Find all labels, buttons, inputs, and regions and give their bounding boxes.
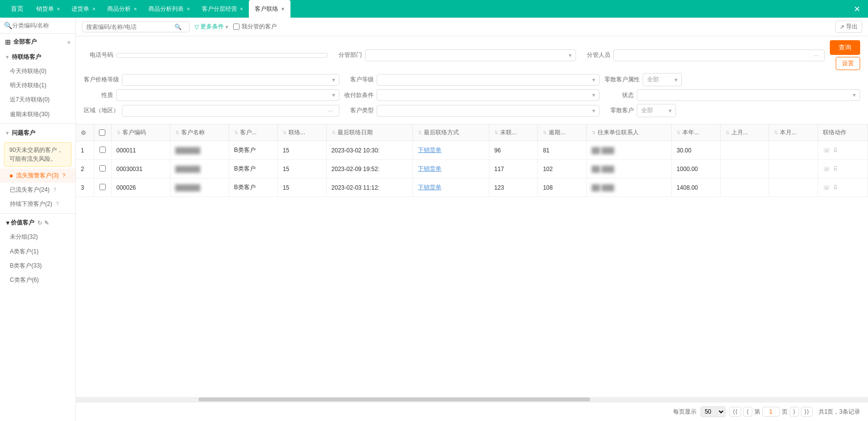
refresh-icon[interactable]: ↻: [37, 220, 42, 226]
input-region[interactable]: ···: [122, 105, 339, 117]
th-last-date[interactable]: ⇅ 最后联络日期: [326, 124, 413, 141]
sidebar-search-wrap: 🔍: [0, 18, 75, 34]
sidebar-item-ungroup[interactable]: 未分组(32): [0, 230, 75, 244]
action-more-icon-2[interactable]: ⠿: [833, 184, 838, 191]
link-order-2[interactable]: 下销货单: [418, 184, 441, 191]
my-customers-checkbox[interactable]: [233, 24, 240, 30]
row-checkbox-1[interactable]: [99, 165, 106, 172]
last-page-btn[interactable]: ⟩⟩: [801, 407, 813, 417]
more-dots-region[interactable]: ···: [326, 107, 335, 114]
select-price-tier[interactable]: ▾: [122, 74, 339, 86]
sidebar-item-churn-warning[interactable]: 流失预警客户(3) ?: [0, 169, 75, 183]
action-more-icon-0[interactable]: ⠿: [833, 147, 838, 154]
link-order-0[interactable]: 下销货单: [418, 147, 441, 153]
prev-page-btn[interactable]: ⟨: [743, 407, 752, 417]
sidebar-item-c-class[interactable]: C类客户(6): [0, 273, 75, 287]
select-customer-type[interactable]: ▾: [377, 105, 600, 117]
tab-product-analysis[interactable]: 商品分析 ×: [101, 0, 143, 18]
row-checkbox-0[interactable]: [99, 147, 106, 153]
sidebar-item-a-class[interactable]: A类客户(1): [0, 245, 75, 259]
close-tab-customer-contact[interactable]: ×: [281, 6, 284, 12]
close-tab-product-analysis[interactable]: ×: [134, 6, 137, 12]
table-scrollbar[interactable]: [76, 397, 868, 402]
close-tab-customer-tier[interactable]: ×: [240, 6, 243, 12]
export-btn[interactable]: ↗ 导出: [835, 21, 862, 33]
sidebar-group-pending-title[interactable]: ▼ 待联络客户: [0, 50, 75, 64]
th-this-year[interactable]: ⇅ 本年...: [672, 124, 720, 141]
query-button[interactable]: 查询: [830, 40, 860, 55]
select-retail-customer[interactable]: 全部 ▾: [637, 104, 676, 117]
sidebar-item-7days[interactable]: 近7天待联络(0): [0, 93, 75, 107]
close-tab-purchase[interactable]: ×: [92, 6, 95, 12]
per-page-select[interactable]: 50 100 200: [700, 406, 725, 417]
th-name[interactable]: ⇅ 客户名称: [170, 124, 229, 141]
th-overdue[interactable]: ⇅ 逾期...: [538, 124, 586, 141]
tab-sales-order[interactable]: 销货单 ×: [30, 0, 66, 18]
th-last-month[interactable]: ⇅ 上月...: [720, 124, 769, 141]
table-settings-icon[interactable]: ⚙: [81, 129, 86, 136]
sort-icon-type: ⇅: [234, 130, 238, 135]
scrollbar-thumb[interactable]: [198, 397, 590, 401]
tab-home[interactable]: 首页: [4, 4, 30, 13]
action-phone-icon-0[interactable]: ☏: [823, 147, 830, 154]
window-close-button[interactable]: ✕: [850, 4, 864, 14]
link-order-1[interactable]: 下销货单: [418, 165, 441, 172]
tab-customer-contact[interactable]: 客户联络 ×: [249, 0, 290, 18]
th-settings[interactable]: ⚙: [76, 124, 94, 141]
tab-product-analysis-list[interactable]: 商品分析列表 ×: [143, 0, 195, 18]
th-type[interactable]: ⇅ 客户...: [229, 124, 277, 141]
sidebar-item-today[interactable]: 今天待联络(0): [0, 64, 75, 78]
sidebar-group-problem-title[interactable]: ▼ 问题客户: [0, 126, 75, 140]
th-this-month[interactable]: ⇅ 本月...: [769, 124, 818, 141]
sidebar-item-tomorrow[interactable]: 明天待联络(1): [0, 78, 75, 93]
main-search-icon[interactable]: 🔍: [174, 24, 182, 30]
sidebar-item-churned[interactable]: 已流失客户(24) ?: [0, 183, 75, 197]
main-search-input[interactable]: [86, 24, 174, 30]
cell-od-0: 81: [538, 141, 586, 160]
select-customer-tier[interactable]: ▾: [377, 74, 600, 86]
input-person[interactable]: ···: [613, 50, 825, 61]
edit-icon[interactable]: ✎: [44, 220, 49, 226]
th-code[interactable]: ⇅ 客户编码: [111, 124, 170, 141]
select-retail-attr[interactable]: 全部 ▾: [643, 73, 682, 86]
field-nature: 性质 ▾: [84, 89, 339, 101]
sidebar-item-overdue[interactable]: 逾期未联络(30): [0, 107, 75, 122]
more-conditions-btn[interactable]: ▽ 更多条件 ▾: [194, 23, 228, 31]
settings-button[interactable]: 设置: [836, 57, 860, 70]
action-more-icon-1[interactable]: ⠿: [833, 166, 838, 173]
chevron-price-icon: ▾: [332, 76, 335, 83]
sidebar-item-declining[interactable]: 持续下滑客户(2) ?: [0, 197, 75, 211]
field-customer-type: 客户类型 ▾: [344, 105, 600, 117]
chevron-type-icon: ▾: [592, 107, 595, 114]
page-number-input[interactable]: [762, 407, 780, 417]
action-phone-icon-1[interactable]: ☏: [823, 166, 830, 173]
collapse-icon[interactable]: «: [67, 39, 71, 46]
input-phone[interactable]: [116, 53, 328, 58]
action-phone-icon-2[interactable]: ☏: [823, 184, 830, 191]
sidebar-item-b-class[interactable]: B类客户(33): [0, 259, 75, 273]
problem-tooltip: 90天未交易的客户，可能有流失风险。: [4, 142, 72, 167]
sidebar-search-input[interactable]: [12, 22, 76, 29]
tab-purchase[interactable]: 进货单 ×: [66, 0, 101, 18]
next-page-btn[interactable]: ⟩: [790, 407, 799, 417]
select-all-checkbox[interactable]: [99, 129, 105, 136]
th-contact[interactable]: ⇅ 联络...: [278, 124, 326, 141]
th-last-type[interactable]: ⇅ 最后联络方式: [413, 124, 489, 141]
select-nature[interactable]: ▾: [116, 89, 339, 101]
th-no-contact[interactable]: ⇅ 未联...: [489, 124, 538, 141]
action-btns-2: ☏ ⠿: [823, 184, 863, 191]
select-payment[interactable]: ▾: [377, 89, 600, 101]
close-tab-product-list[interactable]: ×: [187, 6, 190, 12]
th-contact-person[interactable]: ⇅ 往来单位联系人: [586, 124, 672, 141]
close-tab-sales[interactable]: ×: [57, 6, 60, 12]
label-region: 区域（地区）: [84, 106, 119, 115]
tab-customer-tier[interactable]: 客户分层经营 ×: [196, 0, 249, 18]
first-page-btn[interactable]: ⟨⟨: [729, 407, 741, 417]
more-dots-person[interactable]: ···: [812, 52, 820, 59]
row-checkbox-2[interactable]: [99, 184, 106, 190]
select-dept[interactable]: ▾: [365, 50, 577, 61]
sidebar-group-value-title[interactable]: ▼ 价值客户 ↻ ✎: [0, 216, 75, 230]
main-layout: 🔍 ⊞ 全部客户 « ▼ 待联络客户 今天待联络(0) 明天待联络(1) 近: [0, 18, 868, 421]
select-status[interactable]: ▾: [637, 89, 860, 101]
sidebar-all-customers[interactable]: ⊞ 全部客户 «: [0, 34, 75, 50]
